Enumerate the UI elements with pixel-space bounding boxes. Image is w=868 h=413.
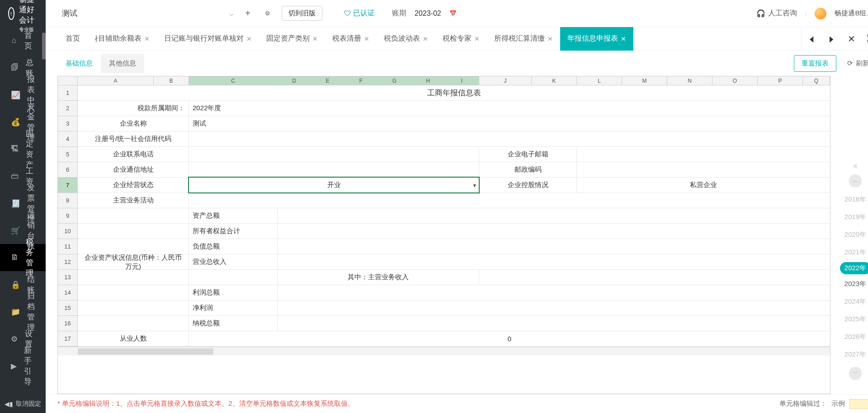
row-header[interactable]: 10	[58, 224, 78, 239]
col-header[interactable]: H	[411, 76, 445, 85]
period-value[interactable]: 2023-02	[415, 9, 441, 18]
year-item[interactable]: 2027年	[844, 347, 866, 362]
calendar-icon[interactable]: 📅	[449, 10, 457, 17]
status-dropdown[interactable]: 开业▼	[189, 178, 479, 192]
cell-value[interactable]	[278, 254, 830, 269]
year-item[interactable]: 2026年	[844, 329, 866, 345]
subtab-basic[interactable]: 基础信息	[57, 54, 101, 73]
switch-old-button[interactable]: 切到旧版	[282, 6, 322, 21]
row-header[interactable]: 7	[58, 178, 78, 193]
subtab-other[interactable]: 其他信息	[101, 54, 144, 73]
row-header[interactable]: 13	[58, 270, 78, 285]
cell-value[interactable]	[278, 224, 830, 239]
cell-value[interactable]	[189, 162, 479, 177]
tab[interactable]: 所得税汇算清缴✕	[487, 27, 560, 51]
cell-value[interactable]	[278, 316, 830, 331]
col-header[interactable]: E	[311, 76, 344, 85]
row-header[interactable]: 4	[58, 131, 78, 147]
row-header[interactable]: 3	[58, 116, 78, 131]
nav-invoice[interactable]: 🧾发票管理	[0, 190, 46, 217]
nav-report[interactable]: 📈报表中心	[0, 81, 46, 108]
year-item[interactable]: 2020年	[844, 227, 866, 243]
tabs-next[interactable]: ▶	[826, 27, 837, 51]
col-header[interactable]: I	[445, 76, 479, 85]
tabs-close-all[interactable]: ✕	[841, 27, 861, 51]
row-header[interactable]: 6	[58, 162, 78, 178]
year-down[interactable]: ﹀	[849, 367, 862, 380]
nav-fund[interactable]: 💰资金管理	[0, 108, 46, 136]
year-item[interactable]: 2019年	[844, 209, 866, 225]
close-icon[interactable]: ✕	[246, 35, 252, 42]
row-header[interactable]: 14	[58, 285, 78, 300]
nav-home[interactable]: ⌂首页	[0, 27, 46, 54]
user-name[interactable]: 畅捷通B组...	[835, 9, 868, 18]
year-item[interactable]: 2023年	[844, 276, 866, 292]
close-icon[interactable]: ✕	[312, 35, 318, 42]
nav-tax[interactable]: 🗎税务管理	[0, 244, 46, 271]
year-item[interactable]: 2024年	[844, 294, 866, 310]
cell-value[interactable]: 0	[189, 331, 830, 346]
nav-archive[interactable]: 📁归档管理	[0, 298, 46, 325]
cell-value[interactable]: 测试	[189, 116, 479, 131]
row-header[interactable]: 8	[58, 193, 78, 208]
cell-value[interactable]	[278, 285, 830, 300]
row-header[interactable]: 9	[58, 208, 78, 224]
cell-value[interactable]	[189, 193, 479, 208]
nav-ledger[interactable]: 🗐总账	[0, 54, 46, 81]
company-select[interactable]: 测试 ⌵	[62, 8, 234, 19]
col-header[interactable]: N	[667, 76, 712, 85]
unpin-button[interactable]: ◀▮取消固定	[0, 395, 46, 413]
cell-value[interactable]	[189, 131, 479, 146]
tab[interactable]: 税表清册✕	[325, 27, 377, 51]
year-item[interactable]: 2022年	[840, 262, 868, 274]
row-header[interactable]: 12	[58, 254, 78, 270]
cell-value[interactable]	[479, 270, 830, 285]
nav-settings[interactable]: ⚙设置	[0, 325, 46, 352]
tab[interactable]: 税负波动表✕	[377, 27, 435, 51]
cell-value[interactable]	[278, 239, 830, 254]
reset-button[interactable]: 重置报表	[794, 55, 836, 72]
settings-button[interactable]: ⚙	[262, 8, 274, 19]
col-header[interactable]: L	[577, 76, 622, 85]
cell-value[interactable]: 2022年度	[189, 101, 479, 116]
row-header[interactable]: 5	[58, 147, 78, 162]
col-header[interactable]: K	[532, 76, 577, 85]
row-header[interactable]: 11	[58, 239, 78, 254]
close-icon[interactable]: ✕	[364, 35, 369, 42]
close-icon[interactable]: ✕	[423, 35, 428, 42]
cell-value[interactable]: 私营企业	[577, 178, 830, 192]
row-header[interactable]: 15	[58, 300, 78, 316]
col-header[interactable]: P	[758, 76, 803, 85]
h-scrollbar[interactable]	[58, 347, 830, 356]
tab[interactable]: 年报信息申报表✕	[560, 27, 633, 51]
tab[interactable]: 日记账与银行对账单核对✕	[157, 27, 259, 51]
col-header[interactable]: C	[189, 76, 278, 85]
cell-value[interactable]	[189, 147, 479, 162]
col-header[interactable]: Q	[803, 76, 830, 85]
nav-asset[interactable]: 🏗固定资产	[0, 136, 46, 163]
fullscreen-button[interactable]: ⛶	[861, 27, 868, 51]
tabs-prev[interactable]: ◀	[806, 27, 817, 51]
year-item[interactable]: 2021年	[844, 244, 866, 260]
year-item[interactable]: 2025年	[844, 311, 866, 327]
col-header[interactable]: D	[278, 76, 311, 85]
year-item[interactable]: 2018年	[844, 192, 866, 207]
nav-inout[interactable]: 🛒进销台账	[0, 217, 46, 244]
col-header[interactable]: A	[78, 76, 154, 85]
col-header[interactable]: F	[344, 76, 378, 85]
refresh-button[interactable]: ⟳刷新	[847, 59, 868, 68]
col-header[interactable]: G	[378, 76, 411, 85]
row-header[interactable]: 17	[58, 331, 78, 347]
close-icon[interactable]: ✕	[547, 35, 553, 42]
select-all-corner[interactable]	[58, 76, 78, 85]
year-up[interactable]: ︿	[849, 174, 862, 187]
close-icon[interactable]: ✕	[474, 35, 480, 42]
close-icon[interactable]: ✕	[621, 35, 626, 42]
spreadsheet[interactable]: ABCDEFGHIJKLMNOPQ 1工商年报信息表2税款所属期间：2022年度…	[57, 76, 830, 394]
col-header[interactable]: B	[154, 76, 189, 85]
cell-value[interactable]	[278, 208, 830, 223]
row-header[interactable]: 1	[58, 85, 78, 101]
nav-salary[interactable]: 🗃工资	[0, 163, 46, 190]
col-header[interactable]: O	[712, 76, 758, 85]
tab[interactable]: ∤目辅助余额表✕	[87, 27, 157, 51]
